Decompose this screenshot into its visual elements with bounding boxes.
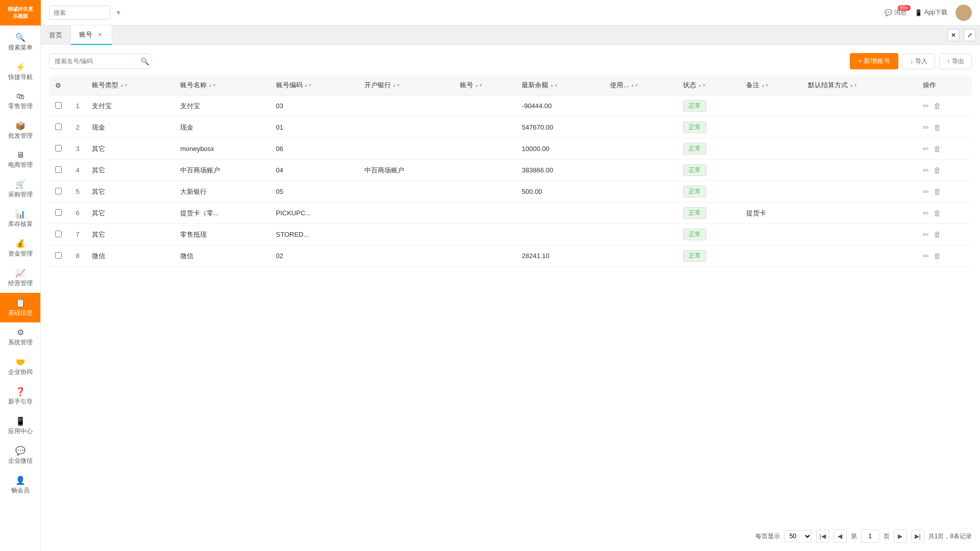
col-status[interactable]: 状态▲▼ xyxy=(679,76,742,95)
sidebar-item-guide[interactable]: ❓新手引导 xyxy=(0,382,40,411)
row-check[interactable] xyxy=(55,145,62,152)
delete-icon[interactable]: 🗑 xyxy=(934,209,941,217)
row-check[interactable] xyxy=(55,123,62,130)
sidebar-item-inventory[interactable]: 📊库存核算 xyxy=(0,204,40,234)
tab-maximize-button[interactable]: ⤢ xyxy=(964,29,976,41)
add-account-button[interactable]: + 新增账号 xyxy=(850,53,898,69)
sidebar-item-quick-nav[interactable]: ⚡快捷导航 xyxy=(0,57,40,87)
sidebar-item-finance[interactable]: 💰资金管理 xyxy=(0,234,40,263)
delete-icon[interactable]: 🗑 xyxy=(934,187,941,196)
page-size-select[interactable]: 50 100 200 xyxy=(784,530,812,542)
tab-account-close[interactable]: ✕ xyxy=(96,30,104,39)
export-button[interactable]: ↑ 导出 xyxy=(939,54,972,69)
sidebar-item-purchase[interactable]: 🛒采购管理 xyxy=(0,174,40,204)
row-bank xyxy=(360,117,456,138)
delete-icon[interactable]: 🗑 xyxy=(934,102,941,110)
row-usage xyxy=(606,95,679,117)
row-checkbox[interactable] xyxy=(49,138,67,160)
last-page-button[interactable]: ▶| xyxy=(911,530,924,543)
sidebar-item-ecommerce[interactable]: 🖥电商管理 xyxy=(0,145,40,174)
row-checkbox[interactable] xyxy=(49,245,67,267)
sidebar-item-enterprise-wechat[interactable]: 💬企业微信 xyxy=(0,441,40,470)
row-checkbox[interactable] xyxy=(49,181,67,203)
sidebar-label-inventory: 库存核算 xyxy=(8,220,33,229)
sidebar-item-membership[interactable]: 👤畅会员 xyxy=(0,470,40,500)
row-default-payment xyxy=(804,138,919,160)
sidebar-item-system[interactable]: ⚙系统管理 xyxy=(0,322,40,352)
tab-close-all-button[interactable]: ✕ xyxy=(947,29,960,41)
sidebar-item-app-center[interactable]: 📱应用中心 xyxy=(0,411,40,441)
delete-icon[interactable]: 🗑 xyxy=(934,123,941,132)
col-code[interactable]: 账号编码▲▼ xyxy=(272,76,360,95)
logo-line2: 乐惠版 xyxy=(8,13,33,20)
edit-icon[interactable]: ✏ xyxy=(923,209,929,218)
next-page-button[interactable]: ▶ xyxy=(894,530,907,543)
col-usage[interactable]: 使用...▲▼ xyxy=(606,76,679,95)
sidebar-item-retail[interactable]: 🛍零售管理 xyxy=(0,87,40,116)
sidebar-item-search-menu[interactable]: 🔍搜索菜单 xyxy=(0,28,40,57)
edit-icon[interactable]: ✏ xyxy=(923,187,929,196)
col-type[interactable]: 账号类型▲▼ xyxy=(88,76,176,95)
header-dropdown-icon[interactable]: ▾ xyxy=(116,8,120,17)
action-icons: ✏ 🗑 xyxy=(923,166,968,175)
avatar[interactable] xyxy=(955,5,972,21)
table-row: 4 其它 中百商场账户 04 中百商场账户 383866.00 正常 ✏ 🗑 xyxy=(49,160,972,181)
row-check[interactable] xyxy=(55,252,62,259)
col-account[interactable]: 账号▲▼ xyxy=(456,76,518,95)
col-balance[interactable]: 最新余额▲▼ xyxy=(518,76,606,95)
status-badge: 正常 xyxy=(683,143,706,155)
sidebar-icon-operations: 📈 xyxy=(15,268,26,278)
delete-icon[interactable]: 🗑 xyxy=(934,166,941,174)
col-name[interactable]: 账号名称▲▼ xyxy=(176,76,272,95)
settings-icon: ⚙ xyxy=(55,82,61,89)
row-check[interactable] xyxy=(55,102,62,109)
app-download-button[interactable]: 📱 App下载 xyxy=(915,8,947,17)
edit-icon[interactable]: ✏ xyxy=(923,102,929,111)
sidebar-item-basic-info[interactable]: 📋基础信息 xyxy=(0,293,40,322)
status-badge: 正常 xyxy=(683,250,706,262)
row-usage xyxy=(606,138,679,160)
tab-account[interactable]: 账号 ✕ xyxy=(71,26,112,45)
edit-icon[interactable]: ✏ xyxy=(923,166,929,175)
sidebar-icon-basic-info: 📋 xyxy=(15,298,26,308)
row-name: 中百商场账户 xyxy=(176,160,272,181)
row-actions: ✏ 🗑 xyxy=(919,245,972,267)
row-checkbox[interactable] xyxy=(49,95,67,117)
col-bank[interactable]: 开户银行▲▼ xyxy=(360,76,456,95)
delete-icon[interactable]: 🗑 xyxy=(934,252,941,260)
row-balance: -90444.00 xyxy=(518,95,606,117)
row-checkbox[interactable] xyxy=(49,117,67,138)
row-checkbox[interactable] xyxy=(49,224,67,245)
col-settings[interactable]: ⚙ xyxy=(49,76,67,95)
row-check[interactable] xyxy=(55,209,62,216)
import-button[interactable]: ↓ 导入 xyxy=(902,54,935,69)
edit-icon[interactable]: ✏ xyxy=(923,252,929,261)
action-icons: ✏ 🗑 xyxy=(923,187,968,196)
sidebar-item-enterprise-agreement[interactable]: 🤝企业协同 xyxy=(0,352,40,382)
app-logo: 精诚好生意 乐惠版 xyxy=(0,0,41,26)
edit-icon[interactable]: ✏ xyxy=(923,230,929,239)
page-number-input[interactable] xyxy=(861,530,879,543)
search-input[interactable] xyxy=(50,55,136,68)
search-button[interactable]: 🔍 xyxy=(136,54,151,68)
row-name: 微信 xyxy=(176,245,272,267)
sidebar-item-operations[interactable]: 📈经营管理 xyxy=(0,263,40,293)
header-search-input[interactable] xyxy=(49,6,110,20)
row-checkbox[interactable] xyxy=(49,203,67,224)
tab-home[interactable]: 首页 xyxy=(41,26,71,45)
col-note[interactable]: 备注▲▼ xyxy=(742,76,804,95)
row-check[interactable] xyxy=(55,166,62,173)
row-check[interactable] xyxy=(55,188,62,194)
message-button[interactable]: 💬 消息 99+ xyxy=(885,8,906,17)
row-balance: 28241.10 xyxy=(518,245,606,267)
delete-icon[interactable]: 🗑 xyxy=(934,230,941,239)
row-check[interactable] xyxy=(55,231,62,237)
col-default-payment[interactable]: 默认结算方式▲▼ xyxy=(804,76,919,95)
delete-icon[interactable]: 🗑 xyxy=(934,144,941,153)
row-checkbox[interactable] xyxy=(49,160,67,181)
first-page-button[interactable]: |◀ xyxy=(816,530,829,543)
prev-page-button[interactable]: ◀ xyxy=(834,530,847,543)
edit-icon[interactable]: ✏ xyxy=(923,123,929,132)
edit-icon[interactable]: ✏ xyxy=(923,144,929,154)
sidebar-item-wholesale[interactable]: 📦批发管理 xyxy=(0,116,40,145)
